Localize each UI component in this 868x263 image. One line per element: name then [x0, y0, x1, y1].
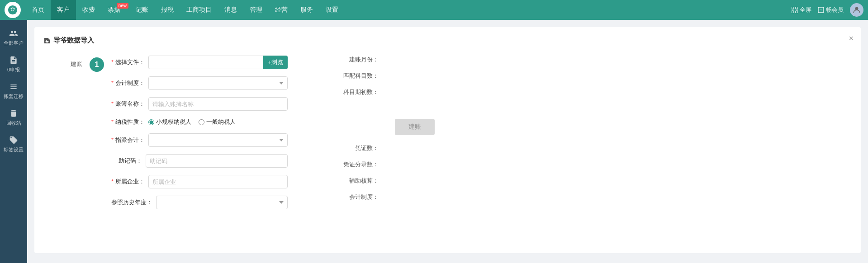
accountant-select[interactable]	[148, 133, 288, 147]
svg-rect-4	[792, 11, 794, 13]
tax-general-text: 一般纳税人	[206, 118, 236, 126]
aux-label: 辅助核算：	[342, 177, 379, 185]
sidebar-label-all-clients: 全部客户	[4, 40, 24, 47]
app-logo	[5, 2, 21, 18]
step-label: 建账	[71, 56, 82, 68]
voucher-entries-label: 凭证分录数：	[342, 160, 379, 169]
accountant-label: * 指派会计：	[111, 136, 145, 144]
nav-item-message[interactable]: 消息	[218, 0, 243, 20]
close-button[interactable]: ×	[849, 34, 854, 42]
right-accounting-label: 会计制度：	[342, 193, 379, 201]
ledger-label: * 账簿名称：	[111, 100, 145, 108]
memo-label: 助记码：	[111, 157, 142, 165]
nav-item-settings[interactable]: 设置	[319, 0, 345, 20]
nav-right: 全屏 畅会员	[792, 3, 863, 17]
right-row-balance: 科目期初数：	[342, 88, 487, 96]
step-section: 建账 1 * 选择文件： +浏览	[71, 56, 288, 216]
file-input[interactable]	[148, 56, 264, 69]
svg-rect-2	[792, 7, 794, 9]
nav-items: 首页 客户 收费 票据 new 记账 报税 工商项目 消息 管理 经营 服务 设…	[25, 0, 792, 20]
company-label: * 所属企业：	[111, 178, 145, 186]
sidebar-label-account-migrate: 账套迁移	[4, 93, 24, 100]
sidebar-item-all-clients[interactable]: 全部客户	[0, 24, 27, 51]
tax-general-label[interactable]: 一般纳税人	[199, 118, 236, 126]
user-avatar[interactable]	[850, 3, 863, 17]
sidebar-label-tag-settings: 标签设置	[4, 146, 24, 153]
content-area: 导爷数据导入 × 建账 1 * 选择文件：	[27, 20, 868, 263]
month-label: 建账月份：	[342, 56, 379, 64]
member-label: 畅会员	[826, 6, 844, 14]
company-input[interactable]	[148, 175, 288, 188]
panel-title: 导爷数据导入	[43, 36, 852, 45]
fullscreen-label: 全屏	[800, 6, 811, 14]
memo-input[interactable]	[146, 154, 288, 168]
nav-item-tax[interactable]: 报税	[155, 0, 180, 20]
accounting-select[interactable]	[148, 76, 288, 90]
sidebar-label-recycle: 回收站	[6, 120, 21, 127]
sidebar-item-declaration[interactable]: 0申报	[0, 51, 27, 78]
form-row-accountant: * 指派会计：	[111, 133, 288, 147]
nav-item-operation[interactable]: 经营	[269, 0, 294, 20]
sidebar: 全部客户 0申报 账套迁移 回收站 标签设置	[0, 20, 27, 263]
history-year-label: 参照历史年度：	[111, 198, 152, 207]
form-container: 建账 1 * 选择文件： +浏览	[43, 56, 852, 216]
main-panel: 导爷数据导入 × 建账 1 * 选择文件：	[34, 27, 861, 253]
svg-rect-5	[796, 11, 798, 13]
tax-small-radio[interactable]	[148, 119, 154, 125]
form-row-ledger: * 账簿名称：	[111, 97, 288, 111]
right-row-voucher-entries: 凭证分录数：	[342, 160, 487, 169]
right-row-voucher: 凭证数：	[342, 144, 487, 152]
form-right: 建账月份： 匹配科目数： 科目期初数： 建账	[342, 56, 487, 216]
nav-item-fee[interactable]: 收费	[76, 0, 101, 20]
accounting-label: * 会计制度：	[111, 79, 145, 87]
fullscreen-btn[interactable]: 全屏	[792, 6, 811, 14]
form-row-tax: * 纳税性质： 小规模纳税人 一般纳税人	[111, 118, 288, 126]
right-row-month: 建账月份：	[342, 56, 487, 64]
vertical-divider	[315, 56, 315, 216]
sidebar-label-declaration: 0申报	[7, 66, 20, 73]
form-left: 建账 1 * 选择文件： +浏览	[71, 56, 288, 216]
history-year-select[interactable]	[156, 196, 288, 209]
tax-radio-group: 小规模纳税人 一般纳税人	[148, 118, 236, 126]
file-input-wrapper: +浏览	[148, 56, 288, 69]
nav-item-account[interactable]: 记账	[129, 0, 155, 20]
step-circle: 1	[90, 57, 104, 72]
nav-item-manage[interactable]: 管理	[243, 0, 269, 20]
file-label: * 选择文件：	[111, 58, 145, 66]
member-btn[interactable]: 畅会员	[818, 6, 844, 14]
form-row-memo: 助记码：	[111, 154, 288, 168]
form-row-accounting: * 会计制度：	[111, 76, 288, 90]
tax-label: * 纳税性质：	[111, 118, 145, 126]
ledger-input[interactable]	[148, 97, 288, 111]
build-button[interactable]: 建账	[395, 119, 435, 135]
svg-rect-3	[796, 7, 798, 9]
voucher-label: 凭证数：	[342, 144, 379, 152]
right-row-match: 匹配科目数：	[342, 72, 487, 80]
form-row-history-year: 参照历史年度：	[111, 196, 288, 209]
form-row-company: * 所属企业：	[111, 175, 288, 188]
panel-title-text: 导爷数据导入	[53, 36, 94, 45]
nav-item-home[interactable]: 首页	[25, 0, 51, 20]
sidebar-item-account-migrate[interactable]: 账套迁移	[0, 78, 27, 104]
step-form: * 选择文件： +浏览 * 会计制度：	[111, 56, 288, 216]
nav-item-service[interactable]: 服务	[294, 0, 319, 20]
tax-small-text: 小规模纳税人	[156, 118, 191, 126]
nav-item-customer[interactable]: 客户	[51, 0, 76, 20]
sidebar-item-tag-settings[interactable]: 标签设置	[0, 131, 27, 158]
svg-point-1	[11, 8, 14, 10]
form-row-file: * 选择文件： +浏览	[111, 56, 288, 69]
browse-button[interactable]: +浏览	[263, 56, 288, 69]
nav-item-invoice[interactable]: 票据 new	[101, 0, 129, 20]
top-nav: 首页 客户 收费 票据 new 记账 报税 工商项目 消息 管理 经营 服务 设…	[0, 0, 868, 20]
sidebar-item-recycle[interactable]: 回收站	[0, 104, 27, 131]
match-label: 匹配科目数：	[342, 72, 379, 80]
right-row-accounting-system: 会计制度：	[342, 193, 487, 201]
tax-small-label[interactable]: 小规模纳税人	[148, 118, 191, 126]
balance-label: 科目期初数：	[342, 88, 379, 96]
main-layout: 全部客户 0申报 账套迁移 回收站 标签设置 导爷数据导入 ×	[0, 20, 868, 263]
invoice-badge: new	[117, 3, 128, 9]
nav-item-commerce[interactable]: 工商项目	[180, 0, 218, 20]
right-row-aux: 辅助核算：	[342, 177, 487, 185]
tax-general-radio[interactable]	[199, 119, 204, 125]
